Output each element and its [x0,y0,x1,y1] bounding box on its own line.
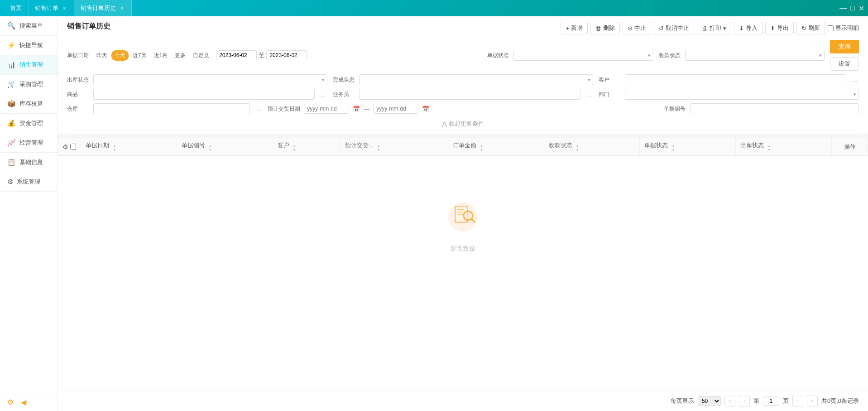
page-size-select[interactable]: 20 50 100 200 [698,396,721,406]
date-tab-1month[interactable]: 近1月 [151,50,171,61]
delete-button[interactable]: 🗑 删除 [590,22,620,34]
next-page-button[interactable]: › [792,396,803,406]
quicknav-icon: ⚡ [7,41,16,49]
prev-page-button[interactable]: ‹ [739,396,750,406]
date-from-input[interactable] [216,50,257,60]
table-body: 暂无数据 [58,156,868,290]
date-tab-today[interactable]: 今天 [111,50,129,61]
sidebar-item-search[interactable]: 🔍 搜索菜单 [0,16,58,36]
sidebar-item-finance[interactable]: 💰 资金管理 [0,114,58,133]
date-filter-group: 单据日期 昨天 今天 近7天 近1月 更多 自定义 至 [67,50,482,61]
refresh-button[interactable]: ↻ 刷新 [796,22,825,34]
display-toggle[interactable]: 显示明细 [828,24,859,32]
completion-status-select[interactable] [359,74,593,85]
window-maximize[interactable]: □ [850,4,855,12]
sidebar-item-quicknav[interactable]: ⚡ 快捷导航 [0,36,58,55]
sort-icon-amount[interactable]: ▲▼ [480,145,483,152]
stop-icon: ⊘ [628,25,633,32]
sidebar-item-inventory[interactable]: 📦 库存核算 [0,94,58,114]
page-number-input[interactable] [763,396,779,406]
product-input[interactable] [93,89,315,100]
sort-icon-bill-status[interactable]: ▲▼ [671,145,675,152]
query-button[interactable]: 查询 [830,40,859,53]
cancel-stop-button[interactable]: ↺ 取消中止 [654,22,694,34]
product-ellipsis-btn[interactable]: ... [318,91,327,98]
sidebar-item-operations[interactable]: 📈 经营管理 [0,133,58,153]
svg-rect-5 [457,214,464,215]
window-close[interactable]: ✕ [858,4,864,13]
collapse-bar[interactable]: ⋀ 收起更多条件 [67,118,859,130]
operations-icon: 📈 [7,139,16,147]
search-icon: 🔍 [7,22,16,30]
sort-icon-bill-date[interactable]: ▲▼ [113,145,116,152]
payment-status-select[interactable] [685,50,825,61]
calendar-from-icon[interactable]: 📅 [353,106,360,112]
date-tab-7days[interactable]: 近7天 [129,50,150,61]
th-bill-number: 单据编号 ▲▼ [177,138,273,156]
calendar-to-icon[interactable]: 📅 [422,106,429,112]
last-page-button[interactable]: » [807,396,818,406]
filter-row-3: 商品 ... 业务员 ... 部门 [67,89,859,100]
salesperson-ellipsis-btn[interactable]: ... [584,91,593,98]
customer-input[interactable] [625,74,846,85]
th-payment-status: 收款状态 ▲▼ [544,138,640,156]
tab-sales-order-close[interactable]: ✕ [61,5,67,11]
warehouse-ellipsis-btn[interactable]: ... [254,105,263,112]
sidebar-item-basics[interactable]: 📋 基础信息 [0,153,58,172]
date-to-input[interactable] [266,50,307,60]
import-button[interactable]: ⬇ 导入 [734,22,762,34]
warehouse-group: 仓库 ... [67,103,262,114]
export-button[interactable]: ⬆ 导出 [765,22,794,34]
sort-icon-payment[interactable]: ▲▼ [575,145,579,152]
finance-icon: 💰 [7,119,16,127]
bill-number-input[interactable] [690,103,859,114]
sort-icon-delivery-status[interactable]: ▲▼ [767,145,771,152]
th-bill-date: 单据日期 ▲▼ [81,138,177,156]
print-dropdown-icon: ▾ [723,25,726,32]
collapse-up-icon: ⋀ [442,121,447,127]
new-button[interactable]: + 新增 [561,22,588,34]
salesperson-input[interactable] [359,89,580,100]
date-tab-yesterday[interactable]: 昨天 [93,50,110,61]
customer-ellipsis-btn[interactable]: ... [850,76,859,83]
sidebar-item-system[interactable]: ⚙ 系统管理 [0,172,58,192]
toolbar: + 新增 🗑 删除 ⊘ 中止 ↺ 取消中止 [561,22,859,34]
first-page-button[interactable]: « [724,396,735,406]
bill-status-select[interactable] [513,50,653,61]
tab-home[interactable]: 首页 [4,0,29,16]
delivery-date-from-input[interactable] [304,104,349,114]
th-bill-status: 单据状态 ▲▼ [640,138,736,156]
export-icon: ⬆ [770,25,775,32]
delivery-date-to-input[interactable] [373,104,418,114]
department-select[interactable] [625,89,859,100]
tab-sales-order-history-close[interactable]: ✕ [119,5,125,11]
filter-row-2: 出库状态 ▾ 完成状态 [67,74,859,85]
window-minimize[interactable]: — [839,4,847,12]
print-button[interactable]: 🖨 打印 ▾ [697,22,731,34]
top-bar: 首页 销售订单 ✕ 销售订单历史 ✕ — □ ✕ [0,0,868,16]
tab-sales-order-history[interactable]: 销售订单历史 ✕ [74,0,132,16]
tab-sales-order[interactable]: 销售订单 ✕ [29,0,74,16]
date-tab-more[interactable]: 更多 [172,50,189,61]
filter-settings-button[interactable]: 设置 [830,57,859,71]
sort-icon-bill-number[interactable]: ▲▼ [208,145,212,152]
sales-icon: 📊 [7,61,16,69]
th-customer: 客户 ▲▼ [273,138,340,156]
warehouse-input[interactable] [93,103,250,114]
bill-status-group: 单据状态 ▾ [487,50,653,61]
sidebar-settings-icon[interactable]: ⚙ [7,398,14,406]
select-all-checkbox[interactable] [70,144,76,150]
bill-number-group: 单据编号 [664,103,859,114]
sort-icon-delivery[interactable]: ▲▼ [377,145,381,152]
date-inputs: 至 [216,50,307,60]
date-tab-custom[interactable]: 自定义 [190,50,212,61]
inventory-icon: 📦 [7,100,16,108]
stop-button[interactable]: ⊘ 中止 [623,22,651,34]
settings-column-icon[interactable]: ⚙ [62,143,68,150]
display-toggle-checkbox[interactable] [828,25,834,31]
sidebar-item-sales[interactable]: 📊 销售管理 [0,55,58,75]
delivery-status-select[interactable] [93,74,327,85]
sort-icon-customer[interactable]: ▲▼ [293,145,296,152]
sidebar-item-purchase[interactable]: 🛒 采购管理 [0,75,58,94]
sidebar-collapse-icon[interactable]: ◀ [21,398,26,406]
